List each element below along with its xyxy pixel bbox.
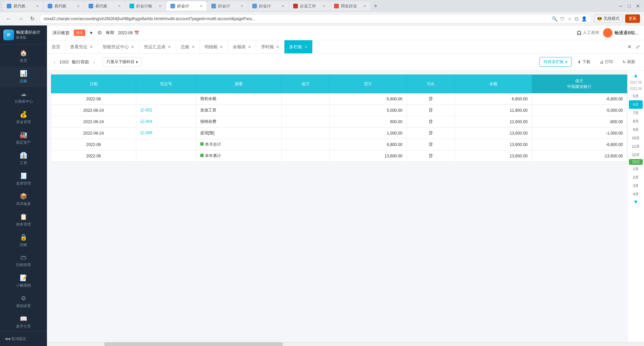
- cal-month-feb[interactable]: 2月: [628, 173, 644, 182]
- tab-haokuaiji-1[interactable]: 好会计账 ✕: [125, 1, 166, 11]
- tab-qiye[interactable]: 企业工作 ✕: [289, 1, 329, 11]
- tab-yidaizhang-3[interactable]: 易代账 ✕: [85, 1, 125, 11]
- voucher-cell[interactable]: 记-002: [136, 105, 196, 116]
- calendar-scroll-up[interactable]: ▲: [628, 72, 644, 79]
- collapse-sidebar-button[interactable]: ◀◀ 取消固定: [3, 334, 44, 343]
- close-tab-multi[interactable]: ✕: [304, 45, 308, 49]
- refresh-nav-button[interactable]: ↻: [28, 14, 37, 23]
- special-multi-col-button[interactable]: 特殊多栏账 ▾: [539, 57, 572, 67]
- voucher-cell[interactable]: 记-006: [136, 128, 196, 139]
- close-button[interactable]: ✕: [635, 2, 641, 10]
- cal-month-dec[interactable]: 12月: [628, 151, 644, 159]
- sidebar-item-expense[interactable]: 📝 小畅报销: [0, 271, 47, 291]
- tab-close-8[interactable]: ✕: [322, 4, 325, 8]
- tab-general-ledger[interactable]: 总账 ✕: [176, 40, 200, 54]
- tab-close-2[interactable]: ✕: [77, 4, 80, 8]
- demo-badge[interactable]: 演示: [74, 30, 85, 36]
- sidebar-item-invoice[interactable]: 🧾 发票管理: [0, 169, 47, 189]
- tab-detail-ledger[interactable]: 明细账 ✕: [200, 40, 228, 54]
- sidebar-item-ledger[interactable]: 📊 总账: [0, 66, 47, 87]
- tab-voucher-summary[interactable]: 凭证汇总表 ✕: [139, 40, 176, 54]
- filter-dropdown[interactable]: 只显示下级科目 ▾: [103, 57, 142, 66]
- close-tab-general[interactable]: ✕: [192, 45, 195, 49]
- cal-month-jun[interactable]: 6月: [629, 100, 643, 109]
- sidebar-item-cloud-report[interactable]: ☁ 云报表中心: [0, 87, 47, 107]
- sidebar-item-inventory[interactable]: 📦 库存核算: [0, 189, 47, 210]
- maximize-button[interactable]: □: [627, 2, 632, 10]
- period-label: 账期: [106, 30, 114, 36]
- voucher-cell[interactable]: 记-004: [136, 116, 196, 128]
- tab-balance-sheet[interactable]: 余额表 ✕: [228, 40, 256, 54]
- tab-haokuaiji-3[interactable]: 好会计 ✕: [207, 1, 248, 11]
- tab-close-9[interactable]: ✕: [363, 4, 366, 8]
- tab-close-6[interactable]: ✕: [240, 4, 244, 8]
- consult-button[interactable]: 🎧 人工咨询: [577, 30, 599, 36]
- search-icon[interactable]: 🔍: [552, 16, 557, 21]
- settings-gear-button[interactable]: ⚙: [97, 30, 102, 36]
- minimize-button[interactable]: ─: [618, 2, 624, 10]
- refresh-button[interactable]: ↻ 刷新: [619, 57, 639, 66]
- sidebar-item-salary[interactable]: 👔 工资: [0, 148, 47, 169]
- cal-month-jul[interactable]: 7月: [628, 109, 644, 117]
- close-tab-view-voucher[interactable]: ✕: [90, 45, 93, 49]
- sidebar-item-home[interactable]: 🏠 首页: [0, 46, 47, 66]
- close-tab-smart[interactable]: ✕: [131, 45, 134, 49]
- calendar-scroll-down[interactable]: ▼: [628, 198, 644, 206]
- tab-close-3[interactable]: ✕: [118, 4, 121, 8]
- star-icon[interactable]: ☆: [568, 16, 572, 21]
- close-tab-summary[interactable]: ✕: [168, 45, 171, 49]
- close-tab-action[interactable]: ✕: [626, 42, 633, 51]
- cal-month-apr[interactable]: 4月: [628, 190, 644, 198]
- close-tab-balance[interactable]: ✕: [248, 45, 251, 49]
- cal-month-aug[interactable]: 8月: [628, 117, 644, 126]
- back-button[interactable]: ←: [4, 14, 13, 23]
- close-tab-detail[interactable]: ✕: [220, 45, 223, 49]
- print-button[interactable]: 🖨 打印: [596, 57, 616, 66]
- forward-button[interactable]: →: [16, 14, 25, 23]
- sidebar-item-close[interactable]: 🔒 结账: [0, 230, 47, 251]
- tab-home[interactable]: 首页: [47, 40, 65, 54]
- cal-month-jan[interactable]: 1月: [628, 165, 644, 173]
- update-button[interactable]: 更新: [625, 14, 640, 23]
- tab-multi-column[interactable]: 多栏账 ✕: [284, 40, 313, 54]
- download-button[interactable]: ⬇ 下载: [574, 57, 594, 66]
- demo-dropdown[interactable]: ▼: [89, 31, 93, 35]
- sidebar-item-guide[interactable]: 📖 新手引导: [0, 312, 47, 331]
- sidebar-item-settings[interactable]: ⚙ 基础设置: [0, 291, 47, 312]
- splitscreen-icon[interactable]: ⊡: [575, 16, 579, 21]
- balance-cell: 12,600.00: [455, 116, 532, 128]
- tab-view-voucher[interactable]: 查看凭证 ✕: [65, 40, 98, 54]
- close-tab-journal[interactable]: ✕: [276, 45, 279, 49]
- profile-icon[interactable]: 👤: [581, 16, 587, 21]
- prev-account-button[interactable]: ‹: [52, 59, 57, 65]
- cal-month-mar[interactable]: 3月: [628, 182, 644, 190]
- user-info-button[interactable]: 畅通通B组...: [603, 28, 639, 38]
- address-input[interactable]: cloud2.chanjet.com/accounting/uh26t264j5…: [39, 14, 591, 23]
- cal-month-oct[interactable]: 10月: [628, 134, 644, 142]
- tab-close-7[interactable]: ✕: [281, 4, 284, 8]
- tab-haokuaiji-2[interactable]: 好会计 ✕: [166, 1, 207, 11]
- fullscreen-button[interactable]: ⤢: [634, 42, 641, 51]
- tab-smart-voucher[interactable]: 智能凭证中心 ✕: [98, 40, 139, 54]
- tab-journal[interactable]: 序时账 ✕: [256, 40, 284, 54]
- period-selector[interactable]: 2022-06 📅: [118, 31, 139, 35]
- tab-haokuaiji-4[interactable]: 好会计 ✕: [248, 1, 288, 11]
- new-tab-button[interactable]: +: [371, 1, 380, 11]
- horizontal-scrollbar[interactable]: [47, 342, 644, 346]
- sidebar-item-archive[interactable]: 🗃 归档管理: [0, 251, 47, 271]
- tab-yonyou[interactable]: 用友好业 ✕: [330, 1, 370, 11]
- cal-month-may[interactable]: 5月: [628, 92, 644, 100]
- tab-close-1[interactable]: ✕: [36, 4, 39, 8]
- tab-yidaizhang-1[interactable]: 易代账 ✕: [3, 1, 43, 11]
- tab-close-5[interactable]: ✕: [200, 4, 203, 8]
- next-account-button[interactable]: ›: [92, 59, 96, 65]
- sidebar-item-fixed-assets[interactable]: 🏭 固定资产: [0, 128, 47, 148]
- sidebar-item-tax[interactable]: 📋 税务管理: [0, 210, 47, 230]
- tab-close-4[interactable]: ✕: [159, 4, 162, 8]
- cal-month-sep[interactable]: 9月: [628, 126, 644, 134]
- cal-month-nov[interactable]: 11月: [628, 142, 644, 151]
- sidebar-item-fund[interactable]: 💰 资金管理: [0, 107, 47, 128]
- tab-yidaizhang-2[interactable]: 易代账 ✕: [44, 1, 84, 11]
- balance-cell: 11,800.00: [455, 105, 532, 116]
- no-trace-mode[interactable]: 😎 无痕模式: [594, 14, 623, 23]
